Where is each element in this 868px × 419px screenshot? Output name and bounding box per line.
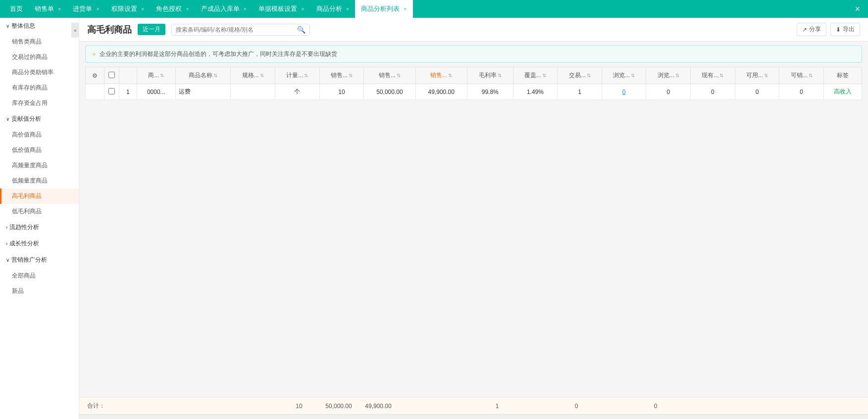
sidebar-item-low-margin[interactable]: 低毛利商品 <box>0 204 79 219</box>
cell-settings <box>86 84 104 100</box>
sidebar-item-high-freq[interactable]: 高频量度商品 <box>0 158 79 173</box>
header-actions: ↗ 分享 ⬇ 导出 <box>797 23 860 36</box>
sidebar-item-low-freq[interactable]: 低频量度商品 <box>0 173 79 188</box>
period-button[interactable]: 近一月 <box>138 24 165 35</box>
nav-tab-analysis-list-close[interactable]: × <box>404 6 407 12</box>
share-button[interactable]: ↗ 分享 <box>797 23 826 36</box>
search-input[interactable] <box>176 26 297 33</box>
select-all-checkbox[interactable] <box>108 72 115 78</box>
sort-browse1-icon[interactable]: ⇅ <box>631 73 635 78</box>
tag-badge: 高收入 <box>834 88 852 95</box>
footer-cell-blank3 <box>160 403 200 410</box>
col-spec: 规格... ⇅ <box>231 67 275 84</box>
nav-tab-purchase-close[interactable]: × <box>96 6 99 12</box>
sidebar-group-overall[interactable]: ∨ 整体信息 <box>0 18 79 34</box>
footer-cells: 10 50,000.00 49,900.00 1 0 0 <box>113 403 860 410</box>
sort-margin-icon[interactable]: ⇅ <box>498 73 502 78</box>
sidebar-item-high-value[interactable]: 高价值商品 <box>0 127 79 142</box>
sidebar-group-growth[interactable]: › 成长性分析 <box>0 235 79 252</box>
group-overall-arrow: ∨ <box>6 23 9 29</box>
cell-sales-amount: 50,000.00 <box>364 84 415 100</box>
col-sales-qty: 销售... ⇅ <box>319 67 364 84</box>
sort-name-icon[interactable]: ⇅ <box>213 73 217 78</box>
sidebar-item-new-goods[interactable]: 新品 <box>0 283 79 299</box>
footer-cell-blank7 <box>438 403 477 410</box>
nav-tab-products[interactable]: 产成品入库单 × <box>195 0 253 18</box>
col-settings[interactable]: ⚙ <box>86 67 104 84</box>
nav-tab-products-close[interactable]: × <box>244 6 247 12</box>
sidebar-group-trend[interactable]: › 流趋性分析 <box>0 219 79 235</box>
table-wrapper[interactable]: ⚙ 商... ⇅ <box>79 67 868 397</box>
nav-tab-home[interactable]: 首页 <box>4 0 29 18</box>
sidebar-group-marketing[interactable]: ∨ 营销推广分析 <box>0 252 79 268</box>
nav-tab-home-label: 首页 <box>10 4 23 13</box>
group-growth-arrow: › <box>6 241 7 246</box>
share-icon: ↗ <box>802 26 807 33</box>
row-checkbox[interactable] <box>108 88 115 94</box>
cell-sales-profit: 49,900.00 <box>415 84 467 100</box>
sidebar-group-financial[interactable]: ∨ 贡献值分析 <box>0 111 79 127</box>
sidebar-item-traded-goods[interactable]: 交易过的商品 <box>0 49 79 65</box>
nav-tab-analysis-close[interactable]: × <box>346 6 349 12</box>
sort-sales-profit-icon[interactable]: ⇅ <box>448 73 452 78</box>
cell-transaction: 1 <box>558 84 602 100</box>
col-available: 可用... ⇅ <box>735 67 779 84</box>
footer-cell-blank9 <box>596 403 636 410</box>
col-transaction: 交易... ⇅ <box>558 67 602 84</box>
sort-coverage-icon[interactable]: ⇅ <box>542 73 546 78</box>
sort-code-icon[interactable]: ⇅ <box>160 73 164 78</box>
sidebar-collapse-btn[interactable]: « <box>71 23 79 38</box>
cell-checkbox <box>104 84 119 100</box>
sort-stock-icon[interactable]: ⇅ <box>719 73 723 78</box>
search-icon[interactable]: 🔍 <box>297 26 306 34</box>
col-index <box>119 67 137 84</box>
table-header-row: ⚙ 商... ⇅ <box>86 67 862 84</box>
nav-tab-sales[interactable]: 销售单 × <box>29 0 67 18</box>
sort-sales-qty-icon[interactable]: ⇅ <box>349 73 353 78</box>
sort-sales-amount-icon[interactable]: ⇅ <box>397 73 401 78</box>
nav-tab-purchase-label: 进货单 <box>73 4 92 13</box>
cell-sales-qty: 10 <box>319 84 364 100</box>
nav-tab-roles[interactable]: 角色授权 × <box>150 0 195 18</box>
sort-saleable-icon[interactable]: ⇅ <box>809 73 813 78</box>
nav-tab-permissions[interactable]: 权限设置 × <box>105 0 150 18</box>
close-all-tabs[interactable]: × <box>851 4 864 14</box>
col-browse1: 浏览... ⇅ <box>602 67 646 84</box>
nav-tab-template[interactable]: 单据模板设置 × <box>253 0 310 18</box>
nav-tab-roles-close[interactable]: × <box>186 6 189 12</box>
col-unit: 计量... ⇅ <box>275 67 320 84</box>
nav-tab-analysis-list[interactable]: 商品分析列表 × <box>355 0 412 18</box>
footer-transaction: 1 <box>477 403 517 410</box>
sort-unit-icon[interactable]: ⇅ <box>304 73 308 78</box>
nav-tab-purchase[interactable]: 进货单 × <box>67 0 105 18</box>
cell-spec <box>231 84 275 100</box>
col-sales-amount: 销售... ⇅ <box>364 67 415 84</box>
group-financial-label: 贡献值分析 <box>11 115 41 123</box>
group-trend-label: 流趋性分析 <box>9 223 39 232</box>
nav-tab-permissions-close[interactable]: × <box>141 6 144 12</box>
sidebar-item-low-value[interactable]: 低价值商品 <box>0 142 79 158</box>
sidebar-item-category-help[interactable]: 商品分类助销率 <box>0 65 79 80</box>
sidebar-item-stock-occupy[interactable]: 库存资金占用 <box>0 95 79 111</box>
sort-spec-icon[interactable]: ⇅ <box>260 73 264 78</box>
nav-tab-template-label: 单据模板设置 <box>258 4 297 13</box>
sidebar-item-sales-goods[interactable]: 销售类商品 <box>0 34 79 49</box>
sort-browse2-icon[interactable]: ⇅ <box>675 73 679 78</box>
nav-tab-template-close[interactable]: × <box>301 6 304 12</box>
sort-available-icon[interactable]: ⇅ <box>764 73 768 78</box>
group-marketing-label: 营销推广分析 <box>11 256 47 264</box>
export-icon: ⬇ <box>836 26 841 33</box>
cell-browse1[interactable]: 0 <box>602 84 646 100</box>
sidebar: « ∨ 整体信息 销售类商品 交易过的商品 商品分类助销率 有库存的商品 库存资… <box>0 18 79 419</box>
sidebar-item-high-margin[interactable]: 高毛利商品 <box>0 188 79 204</box>
cell-unit: 个 <box>275 84 320 100</box>
sidebar-item-all-goods[interactable]: 全部商品 <box>0 268 79 283</box>
nav-tab-analysis-list-label: 商品分析列表 <box>361 4 400 13</box>
nav-tab-sales-close[interactable]: × <box>58 6 61 12</box>
bottom-scrollbar[interactable] <box>79 414 868 419</box>
col-coverage: 覆盖... ⇅ <box>513 67 558 84</box>
sort-transaction-icon[interactable]: ⇅ <box>587 73 591 78</box>
export-button[interactable]: ⬇ 导出 <box>830 23 860 36</box>
sidebar-item-stocked-goods[interactable]: 有库存的商品 <box>0 80 79 95</box>
nav-tab-analysis[interactable]: 商品分析 × <box>310 0 355 18</box>
